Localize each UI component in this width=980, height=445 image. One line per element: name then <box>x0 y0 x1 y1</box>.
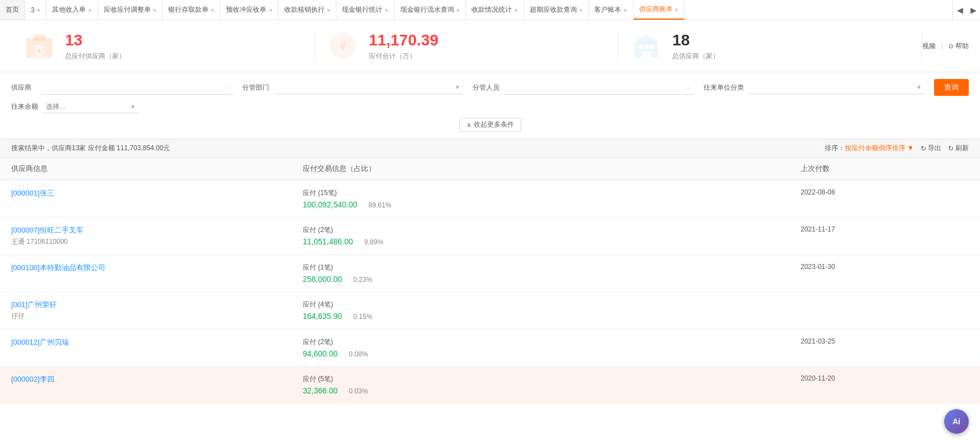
refresh-label: 刷新 <box>955 143 969 153</box>
person-ellipsis-icon[interactable]: ··· <box>685 83 691 92</box>
summary-info-2: 11,170.39 应付合计（万） <box>369 31 439 62</box>
payable-amount-1[interactable]: 100,092,540.00 <box>303 200 357 209</box>
table-row: [000007]恒旺二手叉车 王通 17106110000 应付 (2笔) 11… <box>0 217 980 255</box>
payable-amount-6[interactable]: 32,366.00 <box>303 386 338 395</box>
nav-close-icon[interactable]: × <box>269 7 272 13</box>
video-link[interactable]: 视频 <box>922 41 936 51</box>
payable-label-6: 应付 (5笔) <box>303 374 801 384</box>
svg-rect-8 <box>642 34 651 39</box>
payable-amount-5[interactable]: 94,600.00 <box>303 349 338 358</box>
supplier-info-1: [000001]张三 <box>11 188 303 198</box>
nav-item-bank-deposit[interactable]: 银行存取款单 × <box>163 0 220 20</box>
nav-arrows: ◀ ▶ <box>953 0 980 20</box>
nav-item-home[interactable]: 首页 <box>0 0 25 20</box>
payable-label-3: 应付 (1笔) <box>303 263 801 272</box>
svg-rect-9 <box>639 45 642 49</box>
export-label: 导出 <box>928 143 941 153</box>
category-input-wrap: ▼ <box>747 81 926 94</box>
nav-close-icon[interactable]: × <box>456 7 460 13</box>
result-actions: 排序：按应付余额倒序排序 ▼ ↻ 导出 ↻ 刷新 <box>825 143 969 153</box>
svg-text:¥: ¥ <box>340 39 346 52</box>
total-suppliers-label: 总供应商（家） <box>672 52 719 61</box>
nav-next-arrow[interactable]: ▶ <box>967 0 980 20</box>
nav-item-ap-adjustment[interactable]: 应收应付调整单 × <box>98 0 163 20</box>
table-row: [000100]本特勤油品有限公司 应付 (1笔) 258,000.00 0.2… <box>0 255 980 292</box>
supplier-name-link-3[interactable]: [000100]本特勤油品有限公司 <box>11 263 303 273</box>
person-input[interactable] <box>507 84 682 91</box>
supplier-name-link-2[interactable]: [000007]恒旺二手叉车 <box>11 225 303 235</box>
nav-close-icon[interactable]: × <box>579 7 583 13</box>
filter-section: 供应商 ··· 分管部门 ▼ 分管人员 ··· 往来单位分类 ▼ <box>0 72 980 139</box>
nav-item-3[interactable]: 3 × <box>25 0 47 20</box>
balance-input[interactable] <box>46 103 130 110</box>
supplier-filter-label: 供应商 <box>11 83 39 92</box>
nav-close-icon[interactable]: × <box>211 7 214 13</box>
nav-item-cash-bank-stat[interactable]: 现金银行统计 × <box>336 0 394 20</box>
supplier-icon-1 <box>22 29 56 63</box>
payable-label-1: 应付 (15笔) <box>303 188 801 198</box>
dept-filter-label: 分管部门 <box>242 83 270 92</box>
table-row: [001]广州荣轩 仔仔 应付 (4笔) 164,635.90 0.15% <box>0 292 980 330</box>
link-divider: | <box>941 42 943 50</box>
supplier-info-4: [001]广州荣轩 仔仔 <box>11 300 303 321</box>
supplier-contact-2: 王通 17106110000 <box>11 237 303 247</box>
supplier-name-link-6[interactable]: [000002]李四 <box>11 374 303 384</box>
ai-badge[interactable]: Ai <box>944 409 969 434</box>
dept-dropdown-icon[interactable]: ▼ <box>455 84 460 90</box>
category-dropdown-icon[interactable]: ▼ <box>916 84 922 90</box>
refresh-button[interactable]: ↻ 刷新 <box>948 143 969 153</box>
supplier-name-link-1[interactable]: [000001]张三 <box>11 188 303 198</box>
payable-percent-3: 0.23% <box>353 276 372 284</box>
supplier-info-3: [000100]本特勤油品有限公司 <box>11 263 303 273</box>
nav-item-advance-offset[interactable]: 预收冲应收单 × <box>220 0 278 20</box>
nav-close-icon[interactable]: × <box>623 7 627 13</box>
result-text: 搜索结果中，供应商13家 应付金额 111,703,854.00元 <box>11 143 170 153</box>
nav-close-icon[interactable]: × <box>88 7 91 13</box>
dept-input[interactable] <box>277 84 455 91</box>
table-header: 供应商信息 应付交易信息（占比） 上次付数 <box>0 158 980 180</box>
nav-item-collection-exec[interactable]: 收款核销执行 × <box>279 0 336 20</box>
supplier-input[interactable] <box>46 84 221 91</box>
payable-amount-4[interactable]: 164,635.90 <box>303 312 342 321</box>
nav-item-customer-ledger[interactable]: 客户账本 × <box>589 0 633 20</box>
nav-close-icon[interactable]: × <box>327 7 330 13</box>
table-section: 供应商信息 应付交易信息（占比） 上次付数 [000001]张三 应付 (15笔… <box>0 158 980 445</box>
supplier-icon-3 <box>630 29 663 63</box>
nav-close-icon[interactable]: × <box>514 7 517 13</box>
nav-close-icon[interactable]: × <box>385 7 388 13</box>
supplier-name-link-4[interactable]: [001]广州荣轩 <box>11 300 303 310</box>
payable-info-4: 应付 (4笔) 164,635.90 0.15% <box>303 300 801 321</box>
collapse-bar: ∧ 收起更多条件 <box>11 118 969 132</box>
payable-amount-3[interactable]: 258,000.00 <box>303 275 342 284</box>
category-input[interactable] <box>751 84 917 91</box>
export-button[interactable]: ↻ 导出 <box>921 143 941 153</box>
supplier-info-6: [000002]李四 <box>11 374 303 384</box>
nav-close-icon[interactable]: × <box>675 6 678 13</box>
supplier-ellipsis-icon[interactable]: ··· <box>223 83 230 92</box>
collapse-button[interactable]: ∧ 收起更多条件 <box>459 118 521 132</box>
svg-rect-12 <box>641 51 652 57</box>
summary-section: 13 总应付供应商（家） ¥ 11,170.39 应付合计（万） <box>0 20 980 72</box>
nav-close-icon[interactable]: × <box>37 7 40 13</box>
nav-item-cash-bank-flow[interactable]: 现金银行流水查询 × <box>395 0 466 20</box>
nav-item-supplier-ledger[interactable]: 供应商账本 × <box>634 0 685 20</box>
filter-row-1: 供应商 ··· 分管部门 ▼ 分管人员 ··· 往来单位分类 ▼ <box>11 79 969 96</box>
nav-prev-arrow[interactable]: ◀ <box>953 0 967 20</box>
summary-info-1: 13 总应付供应商（家） <box>65 31 126 62</box>
top-right-links: 视频 | ⊙ 帮助 <box>922 41 969 51</box>
nav-item-collection-stat[interactable]: 收款情况统计 × <box>466 0 524 20</box>
payable-suppliers-count: 13 <box>65 31 126 50</box>
top-navigation: 首页 3 × 其他收入单 × 应收应付调整单 × 银行存取款单 × 预收冲应收单… <box>0 0 980 20</box>
balance-dropdown-icon[interactable]: ▼ <box>130 104 136 110</box>
supplier-name-link-5[interactable]: [000012]广州贝瑞 <box>11 337 303 347</box>
query-button[interactable]: 查询 <box>934 79 969 96</box>
nav-item-other-income[interactable]: 其他收入单 × <box>47 0 98 20</box>
filter-supplier: 供应商 ··· <box>11 81 233 95</box>
nav-item-overdue-ar[interactable]: 超期应收款查询 × <box>524 0 589 20</box>
payable-amount-2[interactable]: 11,051,486.00 <box>303 237 353 246</box>
sort-value[interactable]: 按应付余额倒序排序 ▼ <box>845 144 914 152</box>
payable-total-amount: 11,170.39 <box>369 31 439 50</box>
person-filter-label: 分管人员 <box>473 83 501 92</box>
nav-close-icon[interactable]: × <box>153 7 156 13</box>
help-link[interactable]: ⊙ 帮助 <box>949 41 969 51</box>
